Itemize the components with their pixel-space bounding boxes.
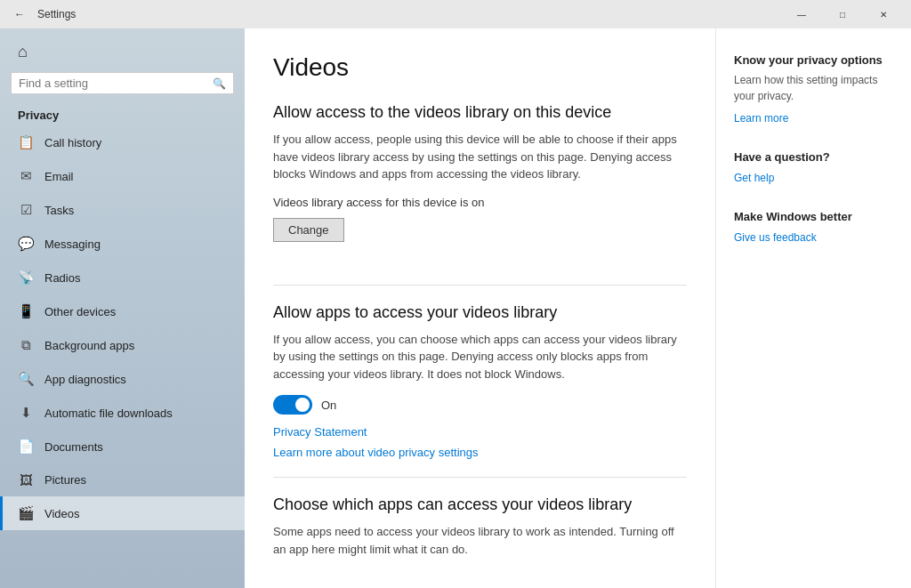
sidebar-item-label: Messaging bbox=[44, 238, 101, 251]
sidebar-item-label: Videos bbox=[44, 507, 80, 520]
feedback-link[interactable]: Give us feedback bbox=[734, 231, 817, 244]
sidebar-item-label: Automatic file downloads bbox=[44, 407, 173, 420]
sidebar-section-label: Privacy bbox=[0, 101, 245, 125]
search-icon: 🔍 bbox=[213, 77, 226, 90]
sidebar-item-label: Pictures bbox=[44, 473, 86, 487]
sidebar-item-email[interactable]: ✉ Email bbox=[0, 159, 245, 193]
section1-title: Allow access to the videos library on th… bbox=[273, 103, 687, 122]
app-diagnostics-icon: 🔍 bbox=[18, 371, 34, 387]
close-button[interactable]: ✕ bbox=[863, 0, 904, 28]
call-history-icon: 📋 bbox=[18, 134, 34, 150]
section2-description: If you allow access, you can choose whic… bbox=[273, 331, 687, 383]
toggle-row: On bbox=[273, 395, 687, 415]
page-title: Videos bbox=[273, 53, 687, 82]
messaging-icon: 💬 bbox=[18, 236, 34, 252]
sidebar-item-background-apps[interactable]: ⧉ Background apps bbox=[0, 328, 245, 362]
sidebar-item-pictures[interactable]: 🖼 Pictures bbox=[0, 463, 245, 496]
window-controls: — □ ✕ bbox=[781, 0, 904, 28]
divider-2 bbox=[273, 477, 687, 478]
search-container: 🔍 bbox=[11, 72, 234, 94]
divider-1 bbox=[273, 285, 687, 286]
sidebar-item-label: Background apps bbox=[44, 339, 134, 352]
right-panel-privacy: Know your privacy options Learn how this… bbox=[734, 53, 893, 125]
section1-description: If you allow access, people using this d… bbox=[273, 131, 687, 183]
sidebar-item-label: Tasks bbox=[44, 204, 74, 217]
videos-access-toggle[interactable] bbox=[273, 395, 312, 415]
sidebar-item-label: Other devices bbox=[44, 305, 116, 318]
minimize-button[interactable]: — bbox=[781, 0, 822, 28]
sidebar-item-label: Email bbox=[44, 170, 74, 183]
sidebar-item-automatic-file-downloads[interactable]: ⬇ Automatic file downloads bbox=[0, 396, 245, 430]
sidebar-item-radios[interactable]: 📡 Radios bbox=[0, 261, 245, 294]
sidebar-item-label: Documents bbox=[44, 440, 103, 454]
email-icon: ✉ bbox=[18, 168, 34, 184]
section2-title: Allow apps to access your videos library bbox=[273, 303, 687, 322]
search-input[interactable] bbox=[19, 77, 207, 90]
back-button[interactable]: ← bbox=[7, 2, 32, 27]
right-panel-question: Have a question? Get help bbox=[734, 150, 893, 185]
privacy-statement-link[interactable]: Privacy Statement bbox=[273, 425, 687, 439]
right-panel-feedback-title: Make Windows better bbox=[734, 210, 893, 223]
sidebar-item-documents[interactable]: 📄 Documents bbox=[0, 430, 245, 463]
right-panel-question-title: Have a question? bbox=[734, 150, 893, 164]
sidebar-item-label: Call history bbox=[44, 136, 101, 149]
right-panel-privacy-description: Learn how this setting impacts your priv… bbox=[734, 72, 893, 104]
section3-description: Some apps need to access your videos lib… bbox=[273, 523, 687, 558]
title-bar: ← Settings — □ ✕ bbox=[0, 0, 911, 28]
learn-more-link[interactable]: Learn more bbox=[734, 112, 788, 125]
content-area: Videos Allow access to the videos librar… bbox=[245, 28, 715, 588]
app-body: ⌂ 🔍 Privacy 📋 Call history ✉ Email ☑ Tas… bbox=[0, 28, 911, 588]
section3-title: Choose which apps can access your videos… bbox=[273, 495, 687, 514]
learn-more-video-link[interactable]: Learn more about video privacy settings bbox=[273, 446, 687, 459]
background-apps-icon: ⧉ bbox=[18, 337, 34, 353]
sidebar-item-messaging[interactable]: 💬 Messaging bbox=[0, 227, 245, 261]
maximize-button[interactable]: □ bbox=[822, 0, 863, 28]
other-devices-icon: 📱 bbox=[18, 303, 34, 319]
pictures-icon: 🖼 bbox=[18, 472, 34, 487]
sidebar-item-app-diagnostics[interactable]: 🔍 App diagnostics bbox=[0, 362, 245, 396]
sidebar: ⌂ 🔍 Privacy 📋 Call history ✉ Email ☑ Tas… bbox=[0, 28, 245, 588]
sidebar-item-label: App diagnostics bbox=[44, 373, 126, 386]
home-button[interactable]: ⌂ bbox=[0, 28, 245, 68]
sidebar-item-other-devices[interactable]: 📱 Other devices bbox=[0, 294, 245, 328]
right-panel-privacy-title: Know your privacy options bbox=[734, 53, 893, 67]
automatic-downloads-icon: ⬇ bbox=[18, 405, 34, 421]
sidebar-item-videos[interactable]: 🎬 Videos bbox=[0, 496, 245, 530]
section1-status: Videos library access for this device is… bbox=[273, 196, 687, 209]
home-icon: ⌂ bbox=[18, 43, 28, 60]
toggle-label: On bbox=[321, 399, 336, 412]
change-button[interactable]: Change bbox=[273, 218, 344, 242]
videos-icon: 🎬 bbox=[18, 505, 34, 521]
documents-icon: 📄 bbox=[18, 439, 34, 455]
main-content: Videos Allow access to the videos librar… bbox=[245, 28, 911, 588]
sidebar-item-call-history[interactable]: 📋 Call history bbox=[0, 125, 245, 159]
sidebar-item-tasks[interactable]: ☑ Tasks bbox=[0, 193, 245, 227]
tasks-icon: ☑ bbox=[18, 202, 34, 218]
right-panel: Know your privacy options Learn how this… bbox=[715, 28, 911, 588]
sidebar-item-label: Radios bbox=[44, 271, 80, 285]
radios-icon: 📡 bbox=[18, 270, 34, 286]
get-help-link[interactable]: Get help bbox=[734, 172, 774, 184]
app-title: Settings bbox=[37, 8, 781, 20]
right-panel-feedback: Make Windows better Give us feedback bbox=[734, 210, 893, 245]
